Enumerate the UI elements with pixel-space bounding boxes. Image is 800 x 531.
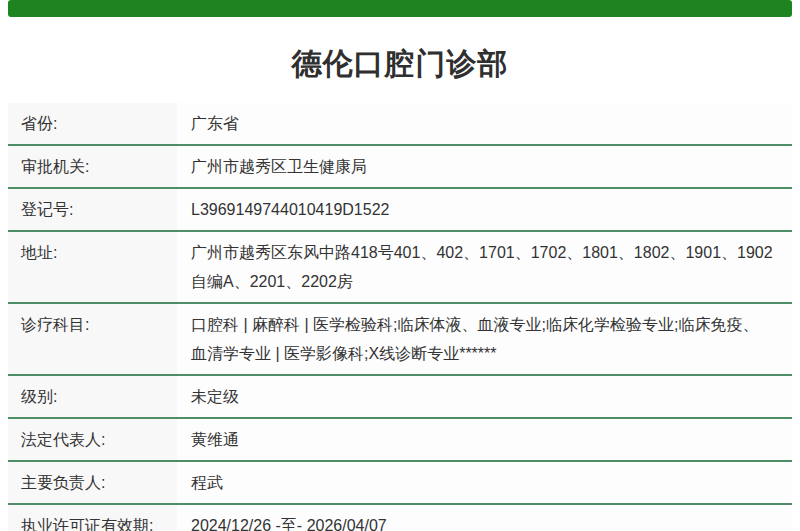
row-value: 2024/12/26 -至- 2026/04/07 <box>177 505 792 531</box>
page-title: 德伦口腔门诊部 <box>0 44 800 85</box>
row-label: 地址: <box>8 232 177 302</box>
row-value: 广州市越秀区东风中路418号401、402、1701、1702、1801、180… <box>177 232 792 302</box>
row-label: 诊疗科目: <box>8 304 177 374</box>
row-value: 口腔科 | 麻醉科 | 医学检验科;临床体液、血液专业;临床化学检验专业;临床免… <box>177 304 792 374</box>
table-row-registration-number: 登记号: L3969149744010419D1522 <box>8 187 792 230</box>
table-row-person-in-charge: 主要负责人: 程武 <box>8 460 792 503</box>
row-label: 执业许可证有效期: <box>8 505 177 531</box>
row-value: 广东省 <box>177 103 792 144</box>
table-row-level: 级别: 未定级 <box>8 374 792 417</box>
row-value: L3969149744010419D1522 <box>177 189 792 230</box>
clinic-info-table: 省份: 广东省 审批机关: 广州市越秀区卫生健康局 登记号: L39691497… <box>8 103 792 531</box>
row-value: 黄维通 <box>177 419 792 460</box>
page: { "page": { "title": "德伦口腔门诊部" }, "color… <box>0 0 800 531</box>
table-row-approval-authority: 审批机关: 广州市越秀区卫生健康局 <box>8 144 792 187</box>
row-label: 登记号: <box>8 189 177 230</box>
row-label: 审批机关: <box>8 146 177 187</box>
row-label: 级别: <box>8 376 177 417</box>
table-row-medical-subjects: 诊疗科目: 口腔科 | 麻醉科 | 医学检验科;临床体液、血液专业;临床化学检验… <box>8 302 792 374</box>
table-row-address: 地址: 广州市越秀区东风中路418号401、402、1701、1702、1801… <box>8 230 792 302</box>
table-row-legal-representative: 法定代表人: 黄维通 <box>8 417 792 460</box>
table-row-license-validity: 执业许可证有效期: 2024/12/26 -至- 2026/04/07 <box>8 503 792 531</box>
row-label: 省份: <box>8 103 177 144</box>
row-label: 法定代表人: <box>8 419 177 460</box>
row-label: 主要负责人: <box>8 462 177 503</box>
top-accent-bar <box>8 0 792 17</box>
row-value: 未定级 <box>177 376 792 417</box>
table-row-province: 省份: 广东省 <box>8 103 792 144</box>
row-value: 广州市越秀区卫生健康局 <box>177 146 792 187</box>
row-value: 程武 <box>177 462 792 503</box>
